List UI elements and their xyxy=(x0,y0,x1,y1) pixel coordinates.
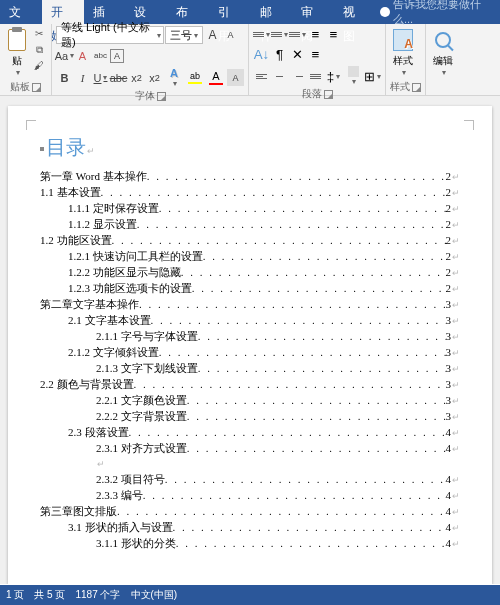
toc-entry[interactable]: 第二章文字基本操作. . . . . . . . . . . . . . . .… xyxy=(40,297,460,313)
toc-entry[interactable]: 3.1 形状的插入与设置. . . . . . . . . . . . . . … xyxy=(40,520,460,536)
increase-indent-button[interactable]: ≡ xyxy=(325,26,342,43)
toc-entry[interactable]: 第一章 Word 基本操作. . . . . . . . . . . . . .… xyxy=(40,169,460,185)
toc-leader: . . . . . . . . . . . . . . . . . . . . … xyxy=(151,313,446,329)
superscript-button[interactable]: x2 xyxy=(146,69,163,86)
toc-entry[interactable]: 1.1 基本设置. . . . . . . . . . . . . . . . … xyxy=(40,185,460,201)
toc-entry[interactable]: 2.2 颜色与背景设置. . . . . . . . . . . . . . .… xyxy=(40,377,460,393)
toc-page-num: 3↵ xyxy=(446,377,461,393)
toc-entry[interactable]: 2.3.3 编号. . . . . . . . . . . . . . . . … xyxy=(40,488,460,504)
toc-entry[interactable]: 2.3.2 项目符号. . . . . . . . . . . . . . . … xyxy=(40,472,460,488)
tab-layout[interactable]: 布局 xyxy=(167,0,209,24)
decrease-indent-button[interactable]: ≡ xyxy=(307,26,324,43)
toc-entry[interactable]: 第三章图文排版. . . . . . . . . . . . . . . . .… xyxy=(40,504,460,520)
strikethrough-button[interactable]: abc xyxy=(110,69,127,86)
shrink-font-button[interactable]: A xyxy=(222,27,239,44)
group-editing: 编辑 ▾ xyxy=(426,24,460,95)
highlight-button[interactable]: ab xyxy=(185,71,205,84)
align-dist-button[interactable]: ≡ xyxy=(307,46,324,63)
toc-leader: . . . . . . . . . . . . . . . . . . . . … xyxy=(198,329,446,345)
styles-launcher[interactable] xyxy=(412,83,421,92)
bold-button[interactable]: B xyxy=(56,69,73,86)
status-total: 共 5 页 xyxy=(34,588,65,602)
toc-entry[interactable]: 1.1.1 定时保存设置. . . . . . . . . . . . . . … xyxy=(40,201,460,217)
styles-group-label: 样式 xyxy=(390,80,410,94)
underline-button[interactable]: U▾ xyxy=(92,69,109,86)
text-direction-button[interactable]: ✕ xyxy=(289,46,306,63)
group-clipboard: 贴 ▾ ✂ ⧉ 🖌 贴板 xyxy=(0,24,52,95)
tab-references[interactable]: 引用 xyxy=(209,0,251,24)
borders-button[interactable]: ⊞▾ xyxy=(364,68,381,85)
font-color-button[interactable]: A xyxy=(206,70,226,85)
styles-button[interactable]: 样式 ▾ xyxy=(390,26,416,79)
bullets-button[interactable]: ▾ xyxy=(253,26,270,43)
char-shading-button[interactable]: A xyxy=(227,69,244,86)
multilevel-button[interactable]: ▾ xyxy=(289,26,306,43)
toc-page-num: 2↵ xyxy=(446,201,461,217)
subscript-button[interactable]: x2 xyxy=(128,69,145,86)
toc-entry[interactable]: 1.2.1 快速访问工具栏的设置. . . . . . . . . . . . … xyxy=(40,249,460,265)
line-spacing-button[interactable]: ‡▾ xyxy=(325,68,342,85)
clipboard-launcher[interactable] xyxy=(32,83,41,92)
toc-text: 1.2.2 功能区显示与隐藏 xyxy=(68,265,181,281)
text-effects-button[interactable]: A▾ xyxy=(164,67,184,88)
toc-leader: . . . . . . . . . . . . . . . . . . . . … xyxy=(187,409,446,425)
copy-button[interactable]: ⧉ xyxy=(31,42,47,57)
toc-page-num: 2↵ xyxy=(446,265,461,281)
format-painter-button[interactable]: 🖌 xyxy=(31,58,47,73)
toc-entry[interactable]: 1.1.2 显示设置. . . . . . . . . . . . . . . … xyxy=(40,217,460,233)
toc-entry[interactable]: 3.1.1 形状的分类. . . . . . . . . . . . . . .… xyxy=(40,536,460,552)
document-page[interactable]: 目录↵ 第一章 Word 基本操作. . . . . . . . . . . .… xyxy=(8,106,492,584)
toc-page-num: 3↵ xyxy=(446,393,461,409)
char-border-button[interactable]: A xyxy=(110,49,124,63)
status-words[interactable]: 1187 个字 xyxy=(75,588,120,602)
toc-text: 1.2 功能区设置 xyxy=(40,233,112,249)
align-right-button[interactable] xyxy=(289,68,306,85)
editing-button[interactable]: 编辑 ▾ xyxy=(430,26,456,79)
toc-page-num: 2↵ xyxy=(446,233,461,249)
toc-entry[interactable]: 2.2.1 文字颜色设置. . . . . . . . . . . . . . … xyxy=(40,393,460,409)
font-launcher[interactable] xyxy=(157,92,166,101)
toc-entry[interactable]: 2.2.2 文字背景设置. . . . . . . . . . . . . . … xyxy=(40,409,460,425)
sort-button[interactable]: A↓ xyxy=(253,46,270,63)
tab-file[interactable]: 文件 xyxy=(0,0,42,24)
grow-font-button[interactable]: A xyxy=(204,27,221,44)
show-marks-button[interactable]: ¶ xyxy=(271,46,288,63)
status-lang[interactable]: 中文(中国) xyxy=(131,588,178,602)
toc-entry[interactable]: 2.1.2 文字倾斜设置. . . . . . . . . . . . . . … xyxy=(40,345,460,361)
toc-entry[interactable]: 1.2.3 功能区选项卡的设置. . . . . . . . . . . . .… xyxy=(40,281,460,297)
toc-entry[interactable]: 2.1.3 文字下划线设置. . . . . . . . . . . . . .… xyxy=(40,361,460,377)
toc-leader: . . . . . . . . . . . . . . . . . . . . … xyxy=(181,265,446,281)
toc-title: 目录↵ xyxy=(40,134,460,161)
status-page[interactable]: 1 页 xyxy=(6,588,24,602)
paste-button[interactable]: 贴 ▾ xyxy=(4,26,30,79)
tell-me-search[interactable]: 告诉我您想要做什么... xyxy=(380,0,500,27)
group-font: 等线 Light (中文标题)▾ 三号▾ A A Aa▾ A abc A B I… xyxy=(52,24,249,95)
toc-entry[interactable]: 2.3.1 对齐方式设置. . . . . . . . . . . . . . … xyxy=(40,441,460,457)
italic-button[interactable]: I xyxy=(74,69,91,86)
toc-entry[interactable]: 1.2 功能区设置. . . . . . . . . . . . . . . .… xyxy=(40,233,460,249)
toc-entry[interactable]: 2.3 段落设置. . . . . . . . . . . . . . . . … xyxy=(40,425,460,441)
align-center-button[interactable] xyxy=(271,68,288,85)
numbering-button[interactable]: ▾ xyxy=(271,26,288,43)
toc-entry[interactable]: ↵ xyxy=(40,457,460,472)
align-left-button[interactable] xyxy=(253,68,270,85)
tab-view[interactable]: 视图 xyxy=(334,0,376,24)
paragraph-launcher[interactable] xyxy=(324,90,333,99)
tab-review[interactable]: 审阅 xyxy=(292,0,334,24)
toc-page-num: 3↵ xyxy=(446,313,461,329)
phonetic-button[interactable]: abc xyxy=(92,47,109,64)
font-size-dropdown[interactable]: 三号▾ xyxy=(165,26,203,44)
clear-formatting-button[interactable]: A xyxy=(74,47,91,64)
toc-entry[interactable]: 2.1 文字基本设置. . . . . . . . . . . . . . . … xyxy=(40,313,460,329)
toc-entry[interactable]: 1.2.2 功能区显示与隐藏. . . . . . . . . . . . . … xyxy=(40,265,460,281)
font-name-value: 等线 Light (中文标题) xyxy=(61,20,155,50)
toc-entry[interactable]: 2.1.1 字号与字体设置. . . . . . . . . . . . . .… xyxy=(40,329,460,345)
font-name-dropdown[interactable]: 等线 Light (中文标题)▾ xyxy=(56,26,164,44)
cut-button[interactable]: ✂ xyxy=(31,26,47,41)
changecase-button[interactable]: Aa▾ xyxy=(56,47,73,64)
clipboard-icon xyxy=(8,29,26,51)
justify-button[interactable] xyxy=(307,68,324,85)
shading-button[interactable]: ▾ xyxy=(343,66,363,86)
tab-mailings[interactable]: 邮件 xyxy=(251,0,293,24)
toc-page-num: 4↵ xyxy=(446,520,461,536)
